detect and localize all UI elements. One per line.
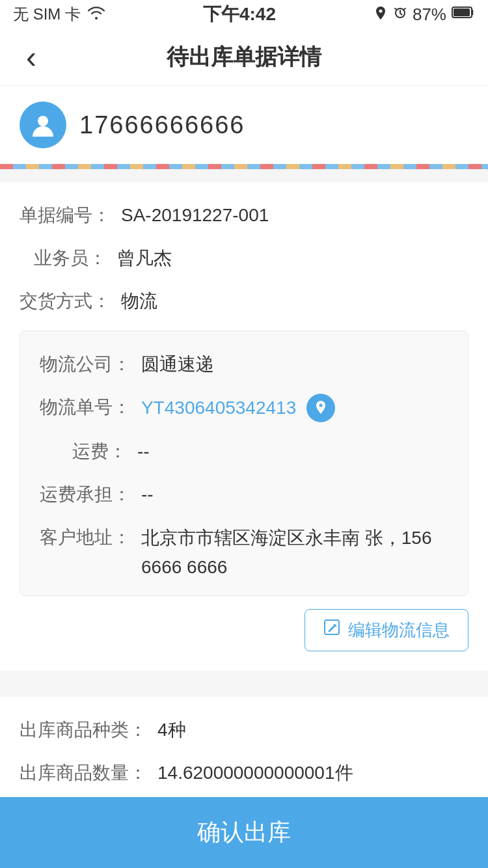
tracking-number-row: 物流单号： YT4306405342413 — [40, 394, 448, 422]
logistics-company-value: 圆通速递 — [141, 351, 448, 378]
freight-bearer-value: -- — [141, 481, 448, 508]
status-bar: 无 SIM 卡 下午4:42 87% — [0, 0, 488, 29]
confirm-outbound-button[interactable]: 确认出库 — [0, 797, 488, 868]
goods-quantity-row: 出库商品数量： 14.620000000000001件 — [20, 759, 468, 787]
back-button[interactable]: ‹ — [20, 33, 43, 81]
freight-row: 运费： -- — [40, 438, 448, 465]
svg-point-0 — [379, 10, 382, 13]
basic-info-section: 单据编号： SA-20191227-001 业务员： 曾凡杰 交货方式： 物流 … — [0, 182, 488, 671]
svg-point-5 — [319, 404, 323, 407]
nav-bar: ‹ 待出库单据详情 — [0, 29, 488, 86]
edit-logistics-button[interactable]: 编辑物流信息 — [305, 609, 468, 651]
edit-logistics-label: 编辑物流信息 — [348, 619, 450, 642]
edit-icon — [323, 619, 342, 642]
logistics-subsection: 物流公司： 圆通速递 物流单号： YT4306405342413 运费： — [20, 331, 468, 596]
logistics-company-row: 物流公司： 圆通速递 — [40, 351, 448, 378]
carrier-text: 无 SIM 卡 — [13, 4, 81, 25]
edit-btn-row: 编辑物流信息 — [20, 609, 468, 651]
tracking-number-label: 物流单号： — [40, 394, 141, 421]
customer-phone: 17666666666 — [79, 111, 245, 139]
address-value: 北京市市辖区海淀区永丰南 张，156 6666 6666 — [141, 524, 448, 582]
freight-label: 运费： — [40, 438, 137, 465]
svg-point-4 — [38, 116, 48, 126]
battery-icon — [452, 6, 475, 23]
location-active-icon — [373, 5, 388, 23]
freight-bearer-row: 运费承担： -- — [40, 481, 448, 508]
tracking-row: YT4306405342413 — [141, 394, 335, 422]
avatar — [20, 102, 66, 148]
logistics-company-label: 物流公司： — [40, 351, 141, 378]
document-number-value: SA-20191227-001 — [121, 202, 468, 229]
dashed-separator — [0, 164, 488, 169]
goods-category-value: 4种 — [157, 716, 468, 744]
freight-value: -- — [137, 438, 448, 465]
salesman-row: 业务员： 曾凡杰 — [20, 245, 468, 272]
delivery-method-value: 物流 — [121, 288, 468, 315]
tracking-location-icon[interactable] — [306, 394, 335, 422]
status-time: 下午4:42 — [203, 2, 276, 27]
goods-category-row: 出库商品种类： 4种 — [20, 716, 468, 744]
goods-quantity-value: 14.620000000000001件 — [157, 759, 468, 787]
goods-quantity-label: 出库商品数量： — [20, 759, 157, 787]
salesman-value: 曾凡杰 — [117, 245, 468, 272]
tracking-number-value: YT4306405342413 — [141, 394, 296, 422]
customer-header: 17666666666 — [0, 86, 488, 164]
alarm-icon — [393, 5, 407, 23]
freight-bearer-label: 运费承担： — [40, 481, 141, 508]
document-number-label: 单据编号： — [20, 202, 121, 229]
confirm-btn-container: 确认出库 — [0, 784, 488, 868]
document-number-row: 单据编号： SA-20191227-001 — [20, 202, 468, 229]
status-left: 无 SIM 卡 — [13, 4, 105, 25]
wifi-icon — [87, 5, 105, 23]
delivery-method-label: 交货方式： — [20, 288, 121, 315]
delivery-method-row: 交货方式： 物流 — [20, 288, 468, 315]
goods-category-label: 出库商品种类： — [20, 716, 157, 744]
battery-text: 87% — [413, 5, 446, 25]
svg-rect-3 — [454, 8, 470, 16]
address-row: 客户地址： 北京市市辖区海淀区永丰南 张，156 6666 6666 — [40, 524, 448, 582]
section-divider — [0, 671, 488, 684]
page-title: 待出库单据详情 — [167, 42, 321, 72]
address-label: 客户地址： — [40, 524, 141, 551]
status-right: 87% — [373, 5, 475, 25]
salesman-label: 业务员： — [20, 245, 117, 272]
